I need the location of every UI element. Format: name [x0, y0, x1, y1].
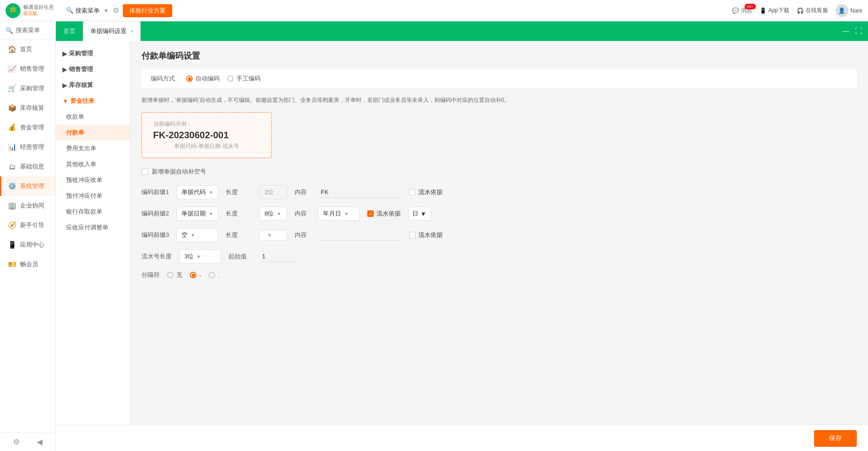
sidebar-item-operation[interactable]: 📊 经营管理: [0, 137, 55, 157]
prefix-row-3: 编码前缀3 空 ▼ 长度 ▼ 内容 流水依据: [141, 228, 857, 242]
online-service-item[interactable]: 🎧 在线客服: [797, 7, 828, 14]
inventory-icon: 📦: [8, 104, 16, 112]
sidebar-item-label: 基础信息: [20, 162, 44, 171]
prefix3-length-select[interactable]: ▼: [259, 230, 287, 241]
save-button[interactable]: 保存: [814, 430, 857, 447]
logo-icon: 🍀: [6, 3, 20, 18]
prefix1-value: 单据代码: [182, 188, 206, 196]
sidebar-item-apps[interactable]: 📱 应用中心: [0, 235, 55, 255]
sub-menu-item-bank[interactable]: 银行存取款单: [56, 204, 130, 220]
prefix2-select[interactable]: 单据日期 ▼: [176, 207, 218, 221]
auto-fill-checkbox[interactable]: [141, 168, 148, 175]
sidebar-item-purchase[interactable]: 🛒 采购管理: [0, 79, 55, 98]
sub-menu-item-adj[interactable]: 应收应付调整单: [56, 220, 130, 236]
message-badge: 99+: [745, 4, 755, 9]
sep-dash-label: -: [199, 272, 201, 279]
sidebar-item-finance[interactable]: 💰 资金管理: [0, 118, 55, 137]
user-name: Nare: [850, 7, 862, 14]
sidebar-settings-btn[interactable]: ⚙: [13, 438, 20, 446]
encoding-mode-label: 编码方式: [151, 74, 175, 83]
sub-menu-group-inventory[interactable]: ▶ 库存核算: [56, 77, 130, 93]
trial-button[interactable]: 体验行业方案: [123, 4, 172, 17]
serial-label: 流水号长度: [141, 252, 172, 261]
prefix2-date-select[interactable]: 日 ▼: [408, 207, 431, 221]
sep-dot-radio: [209, 272, 215, 278]
sidebar-collapse-btn[interactable]: ◀: [37, 438, 42, 446]
search-menu-label[interactable]: 搜索菜单: [75, 7, 100, 15]
serial-select[interactable]: 3位 ▼: [179, 249, 221, 263]
sub-menu-item-pre-pay[interactable]: 预付冲应付单: [56, 188, 130, 204]
sub-menu-item-other-income[interactable]: 其他收入单: [56, 156, 130, 172]
prefix2-length-select[interactable]: 8位 ▼: [259, 207, 287, 221]
sidebar-item-enterprise[interactable]: 🏢 企业协同: [0, 196, 55, 215]
sub-menu-item-payment[interactable]: 付款单: [56, 125, 130, 141]
prefix2-water-label: 流水依据: [377, 209, 401, 218]
sep-label: 分隔符: [141, 271, 160, 279]
tab-encoding[interactable]: 单据编码设置 ×: [83, 21, 141, 41]
prefix1-length-input: 2位: [259, 185, 287, 199]
sidebar-search[interactable]: 🔍 搜索菜单: [0, 21, 55, 40]
radio-manual[interactable]: 手工编码: [227, 74, 261, 83]
tab-encoding-close-icon[interactable]: ×: [130, 28, 133, 34]
prefix2-content-select[interactable]: 年月日 ▼: [318, 207, 360, 221]
radio-manual-circle: [227, 75, 234, 82]
sub-menu-group-capital[interactable]: ▼ 资金往来: [56, 93, 130, 109]
sidebar-item-guide[interactable]: 🧭 新手引导: [0, 215, 55, 235]
search-area[interactable]: 🔍 搜索菜单: [66, 7, 100, 15]
sep-dash[interactable]: -: [190, 272, 201, 279]
sidebar-item-label: 应用中心: [20, 241, 44, 249]
sep-none[interactable]: 无: [167, 271, 182, 279]
prefix1-water-checkbox[interactable]: [409, 189, 416, 195]
sidebar-bottom: ⚙ ◀: [0, 432, 55, 451]
sidebar-item-member[interactable]: 🎫 畅会员: [0, 255, 55, 274]
prefix3-select[interactable]: 空 ▼: [176, 228, 218, 242]
nav-tabs: 首页 单据编码设置 × — ⛶: [56, 21, 868, 41]
auto-fill-label: 新增单据自动补空号: [152, 168, 206, 176]
search-icon[interactable]: 🔍: [66, 7, 74, 14]
sub-menu-item-pre-receive[interactable]: 预收冲应收单: [56, 172, 130, 188]
sub-menu-group-purchase[interactable]: ▶ 采购管理: [56, 46, 130, 61]
prefix2-label: 编码前缀2: [141, 209, 169, 218]
separator-row: 分隔符 无 - .: [141, 271, 857, 279]
sidebar-item-label: 企业协同: [20, 202, 44, 210]
finance-icon: 💰: [8, 123, 16, 132]
dropdown-arrow-icon[interactable]: ▼: [103, 7, 109, 14]
prefix1-label: 编码前缀1: [141, 188, 169, 196]
sep-dot[interactable]: .: [209, 272, 220, 279]
prefix-row-1: 编码前缀1 单据代码 ▼ 长度 2位 内容 流水依据: [141, 185, 857, 199]
radio-auto[interactable]: 自动编码: [186, 74, 220, 83]
prefix3-content-input[interactable]: [318, 229, 402, 241]
sidebar-item-inventory[interactable]: 📦 库存核算: [0, 98, 55, 118]
app-download-item[interactable]: 📱 App下载: [760, 7, 789, 14]
prefix2-water-checkbox[interactable]: ✓: [367, 210, 374, 217]
sub-menu-group-sales-label: 销售管理: [69, 65, 93, 74]
sidebar-item-label: 采购管理: [20, 84, 44, 93]
sidebar-item-system[interactable]: ⚙️ 系统管理: [0, 176, 55, 196]
prefix3-water-checkbox[interactable]: [409, 232, 416, 238]
start-value-input[interactable]: [259, 251, 296, 262]
code-preview-label: 当前编码示例：: [153, 120, 260, 128]
sidebar-item-home[interactable]: 🏠 首页: [0, 40, 55, 59]
minimize-icon[interactable]: —: [840, 25, 851, 37]
sub-menu-group-sales[interactable]: ▶ 销售管理: [56, 61, 130, 77]
chevron-right-icon-3: ▶: [62, 82, 67, 89]
code-preview-sub: 单据代码-单据日期-流水号: [153, 142, 260, 150]
sub-menu-item-expense[interactable]: 费用支出单: [56, 141, 130, 156]
prefix2-content-label: 内容: [295, 209, 310, 218]
message-item[interactable]: 💬 消息 99+: [732, 7, 752, 14]
sub-menu-item-receipt[interactable]: 收款单: [56, 109, 130, 125]
prefix1-content-input[interactable]: [318, 187, 402, 198]
guide-icon: 🧭: [8, 221, 16, 229]
settings-icon[interactable]: ⚙: [113, 6, 119, 15]
user-area[interactable]: 👤 Nare: [835, 4, 862, 17]
sep-none-label: 无: [176, 271, 182, 279]
prefix2-length-label: 长度: [226, 209, 252, 218]
maximize-icon[interactable]: ⛶: [853, 25, 864, 37]
logo-area: 🍀 畅通道好生意 搭店版: [6, 3, 61, 18]
tab-home[interactable]: 首页: [56, 21, 83, 41]
sidebar-item-sales[interactable]: 📈 销售管理: [0, 59, 55, 79]
chevron-down-icon: ▼: [62, 98, 68, 105]
sidebar-item-basic[interactable]: 🗂 基础信息: [0, 157, 55, 176]
message-icon: 💬: [732, 7, 739, 14]
prefix1-select[interactable]: 单据代码 ▼: [176, 185, 218, 199]
